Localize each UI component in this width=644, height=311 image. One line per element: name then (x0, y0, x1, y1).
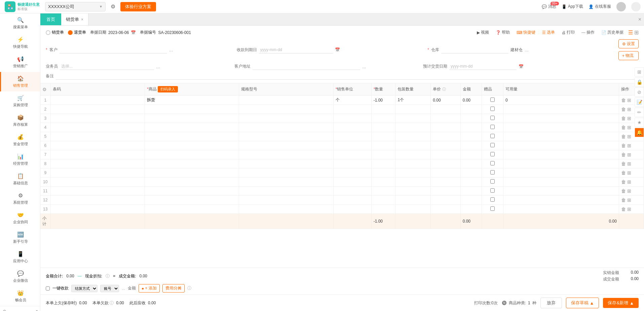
cell-amount[interactable] (460, 105, 482, 114)
cell-spec[interactable] (239, 114, 333, 123)
gift-checkbox[interactable] (490, 152, 495, 156)
spec-input[interactable] (241, 180, 331, 184)
sidebar-settings-icon[interactable]: ⚙ (3, 309, 6, 311)
product-input[interactable] (147, 207, 237, 211)
cell-pack-qty[interactable] (395, 123, 431, 132)
barcode-input[interactable] (53, 98, 143, 103)
product-input[interactable] (147, 98, 237, 103)
cell-unit[interactable] (333, 196, 371, 205)
cell-amount[interactable] (460, 123, 482, 132)
sidebar-item-business[interactable]: 📊 经营管理 (0, 150, 40, 169)
product-input[interactable] (147, 198, 237, 202)
due-date-calendar-icon[interactable]: 📅 (335, 47, 340, 52)
cell-product[interactable] (145, 196, 239, 205)
gift-checkbox[interactable] (490, 98, 495, 102)
delete-icon[interactable]: 🗑 (621, 179, 626, 185)
cell-pack-qty[interactable] (395, 159, 431, 168)
cell-pack-qty[interactable] (395, 105, 431, 114)
cell-gift[interactable] (482, 132, 503, 141)
cell-unit-price[interactable] (431, 178, 460, 187)
product-input[interactable] (147, 180, 237, 184)
cell-qty[interactable] (371, 159, 395, 168)
sidebar-item-collab[interactable]: 🤝 企业协同 (0, 208, 40, 228)
spec-input[interactable] (241, 189, 331, 193)
help-cash-icon[interactable]: ⓘ (106, 273, 110, 279)
product-input[interactable] (147, 134, 237, 139)
copy-icon[interactable]: ⊞ (627, 206, 631, 212)
product-input[interactable] (147, 107, 237, 112)
cell-barcode[interactable] (50, 123, 145, 132)
cell-amount[interactable] (460, 178, 482, 187)
product-input[interactable] (147, 189, 237, 193)
cell-gift[interactable] (482, 196, 503, 205)
warehouse-dots[interactable]: ... (525, 47, 529, 52)
cell-pack-qty[interactable] (395, 132, 431, 141)
cell-qty[interactable] (371, 150, 395, 159)
cell-product[interactable] (145, 141, 239, 150)
calc-method-select[interactable]: 结算方式 (71, 285, 98, 292)
sidebar-item-wechat[interactable]: 💬 企业微信 (0, 267, 40, 286)
product-input[interactable] (147, 116, 237, 121)
sidebar-item-search[interactable]: 🔍 搜索菜单 (0, 13, 40, 33)
copy-icon[interactable]: ⊞ (627, 125, 631, 130)
cell-qty[interactable] (371, 141, 395, 150)
cell-spec[interactable] (239, 132, 333, 141)
cell-amount[interactable] (460, 187, 482, 196)
barcode-input[interactable] (53, 116, 143, 121)
right-float-btn-6[interactable]: ★ (635, 118, 644, 127)
cell-product[interactable] (145, 132, 239, 141)
cell-qty[interactable] (371, 168, 395, 178)
account-select[interactable]: 账号 (100, 285, 119, 292)
cell-qty[interactable] (371, 196, 395, 205)
cell-spec[interactable] (239, 168, 333, 178)
cell-pack-qty[interactable] (395, 187, 431, 196)
expected-date-calendar-icon[interactable]: 📅 (519, 64, 524, 69)
product-input[interactable] (147, 143, 237, 148)
cell-gift[interactable] (482, 187, 503, 196)
barcode-input[interactable] (53, 125, 143, 130)
cell-spec[interactable] (239, 123, 333, 132)
cell-gift[interactable] (482, 168, 503, 178)
cell-spec[interactable] (239, 141, 333, 150)
cell-spec[interactable] (239, 95, 333, 105)
cell-unit[interactable] (333, 150, 371, 159)
cell-amount[interactable] (460, 114, 482, 123)
tab-close-icon[interactable]: × (81, 17, 83, 22)
sidebar-item-inventory[interactable]: 📦 库存核算 (0, 111, 40, 130)
product-input[interactable] (147, 170, 237, 175)
copy-icon[interactable]: ⊞ (627, 170, 631, 176)
copy-icon[interactable]: ⊞ (627, 98, 631, 103)
radio-sale[interactable]: 销货单 (46, 30, 64, 35)
cell-product[interactable] (145, 159, 239, 168)
cell-unit[interactable] (333, 114, 371, 123)
barcode-input[interactable] (53, 207, 143, 211)
cell-product[interactable] (145, 114, 239, 123)
sidebar-item-system[interactable]: ⚙ 系统管理 (0, 189, 40, 208)
cell-gift[interactable] (482, 105, 503, 114)
cell-amount[interactable] (460, 141, 482, 150)
cell-unit[interactable]: 个 (333, 95, 371, 105)
cell-unit[interactable] (333, 187, 371, 196)
cell-gift[interactable] (482, 178, 503, 187)
right-float-btn-3[interactable]: ⊘ (635, 87, 644, 97)
cell-spec[interactable] (239, 159, 333, 168)
cell-spec[interactable] (239, 187, 333, 196)
copy-icon[interactable]: ⊞ (627, 197, 631, 203)
tab-home[interactable]: 首页 (40, 13, 61, 25)
delete-icon[interactable]: 🗑 (621, 161, 626, 166)
cell-pack-qty[interactable] (395, 150, 431, 159)
delete-icon[interactable]: 🗑 (621, 197, 626, 203)
cell-qty[interactable] (371, 114, 395, 123)
cell-qty[interactable] (371, 123, 395, 132)
spec-input[interactable] (241, 134, 331, 139)
customer-input[interactable] (60, 46, 167, 53)
right-float-btn-1[interactable]: ⊞ (635, 67, 644, 77)
customer-addr-input[interactable] (253, 63, 360, 70)
gift-checkbox[interactable] (490, 197, 495, 202)
cell-barcode[interactable] (50, 187, 145, 196)
spec-input[interactable] (241, 116, 331, 121)
online-service-button[interactable]: 👤 在线客服 (589, 4, 611, 9)
cell-barcode[interactable] (50, 114, 145, 123)
cell-unit[interactable] (333, 105, 371, 114)
barcode-input[interactable] (53, 189, 143, 193)
